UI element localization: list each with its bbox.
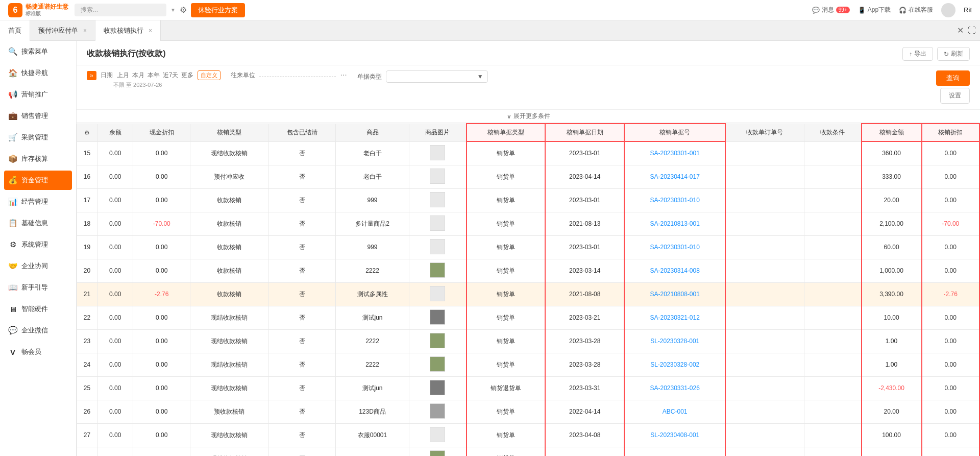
bill-type-select[interactable]: ▼: [386, 70, 488, 83]
sidebar-item-hardware[interactable]: 🖥 智能硬件: [0, 298, 76, 320]
user-avatar[interactable]: [941, 3, 955, 17]
export-button[interactable]: ↑ 导出: [902, 47, 933, 61]
cell-goods-img: [409, 282, 467, 306]
bill-no-link[interactable]: SA-20230301-010: [650, 244, 699, 251]
tab-prepay-close-icon[interactable]: ×: [83, 27, 87, 34]
date-custom[interactable]: 自定义: [198, 70, 220, 80]
collapse-filter-button[interactable]: »: [87, 71, 96, 80]
col-gear[interactable]: ⚙: [77, 124, 97, 141]
date-more[interactable]: 更多: [181, 71, 193, 80]
bill-no-link[interactable]: SA-20230301-001: [650, 150, 699, 157]
sidebar-item-vip[interactable]: V 畅会员: [0, 341, 76, 363]
query-actions: 查询 设置: [936, 70, 970, 104]
date-last-month[interactable]: 上月: [117, 71, 129, 80]
table-row: 18 0.00 -70.00 收款核销 否 多计量商品2 销货单 2021-08…: [77, 212, 980, 235]
date-this-month[interactable]: 本月: [132, 71, 144, 80]
cell-bill-no[interactable]: SA-20230414-017: [624, 165, 725, 188]
cell-bill-no[interactable]: SA-20230301-010: [624, 235, 725, 259]
unit-more-icon[interactable]: ···: [340, 70, 347, 80]
bill-no-link[interactable]: SA-20230321-012: [650, 314, 699, 321]
sidebar-item-inventory[interactable]: 📦 库存核算: [0, 148, 76, 170]
cell-goods-img: [409, 165, 467, 188]
cell-cash-discount: 0.00: [133, 447, 190, 456]
cell-bill-no[interactable]: SA-20230321-012: [624, 306, 725, 329]
sidebar-item-collab[interactable]: 🤝 企业协同: [0, 255, 76, 277]
cell-verify-type: 收款核销: [190, 212, 268, 235]
tab-prepay[interactable]: 预付冲应付单 ×: [30, 20, 95, 41]
cell-bill-no[interactable]: ABC-001: [624, 400, 725, 423]
cell-order-no: [725, 212, 804, 235]
sidebar-item-marketing[interactable]: 📢 营销推广: [0, 84, 76, 105]
close-window-icon[interactable]: ✕: [957, 26, 964, 35]
query-button[interactable]: 查询: [936, 70, 970, 86]
sidebar-item-sales[interactable]: 💼 销售管理: [0, 105, 76, 127]
cell-bill-no[interactable]: SL-20230408-001: [624, 423, 725, 447]
cell-verify-amount: 20.00: [862, 400, 922, 423]
bill-no-link[interactable]: SA-20230331-026: [650, 385, 699, 392]
purchase-icon: 🛒: [8, 133, 17, 142]
industry-solution-button[interactable]: 休验行业方案: [191, 3, 245, 17]
cell-balance: 0.00: [97, 212, 133, 235]
col-cash-discount: 现金折扣: [133, 124, 190, 141]
cell-bill-no[interactable]: SA-20230301-010: [624, 188, 725, 212]
tab-home[interactable]: 首页: [0, 20, 30, 41]
bill-no-link[interactable]: SL-20230328-001: [650, 338, 699, 345]
table-row: 16 0.00 0.00 预付冲应收 否 老白干 销货单 2023-04-14 …: [77, 165, 980, 188]
maximize-icon[interactable]: ⛶: [968, 26, 976, 35]
filter-bar: » 日期 上月 本月 本年 近7天 更多 自定义 不限 至 2023-07-26: [77, 65, 980, 109]
cell-goods-img: [409, 400, 467, 423]
sidebar-item-system[interactable]: ⚙ 系统管理: [0, 234, 76, 255]
cell-bill-no[interactable]: SA-20210808-001: [624, 282, 725, 306]
cell-bill-no[interactable]: SA-20230314-008: [624, 259, 725, 282]
gear-icon[interactable]: ⚙: [180, 5, 187, 15]
cell-bill-no[interactable]: SA-20230331-026: [624, 376, 725, 400]
date-7days[interactable]: 近7天: [163, 71, 179, 80]
table-container[interactable]: ⚙ 余额 现金折扣 核销类型 包含已结清 商品 商品图片 核销单据类型 核销单据…: [77, 123, 980, 456]
date-this-year[interactable]: 本年: [148, 71, 160, 80]
sidebar-item-guide[interactable]: 📖 新手引导: [0, 277, 76, 298]
cell-bill-no[interactable]: SL-20230418-001: [624, 447, 725, 456]
cell-verify-discount: 0.00: [922, 376, 979, 400]
operations-icon: 📊: [8, 197, 17, 206]
sidebar-item-quicknav[interactable]: 🏠 快捷导航: [0, 62, 76, 84]
bill-no-link[interactable]: SA-20210813-001: [650, 220, 699, 227]
sidebar-item-finance[interactable]: 💰 资金管理: [4, 171, 72, 190]
cell-balance: 0.00: [97, 141, 133, 165]
expand-chevron-icon: ∨: [507, 113, 511, 120]
bill-no-link[interactable]: ABC-001: [663, 408, 688, 415]
sidebar-item-operations[interactable]: 📊 经营管理: [0, 191, 76, 212]
cell-bill-no[interactable]: SL-20230328-001: [624, 329, 725, 353]
bill-no-link[interactable]: SA-20230301-010: [650, 197, 699, 204]
col-verify-discount: 核销折扣: [922, 124, 979, 141]
online-service-area[interactable]: 🎧 在线客服: [899, 6, 933, 14]
cell-goods: 2222: [336, 447, 409, 456]
bill-no-link[interactable]: SL-20230408-001: [650, 431, 699, 439]
user-name: Rit: [964, 6, 972, 14]
settings-button[interactable]: 设置: [940, 88, 970, 104]
bill-no-link[interactable]: SA-20230314-008: [650, 267, 699, 274]
bill-no-link[interactable]: SA-20210808-001: [650, 291, 699, 298]
unit-select[interactable]: [259, 74, 336, 77]
header-actions: ↑ 导出 ↻ 刷新: [902, 47, 970, 61]
cell-bill-no[interactable]: SA-20230301-001: [624, 141, 725, 165]
cell-bill-no[interactable]: SL-20230328-002: [624, 353, 725, 376]
tab-verify-close-icon[interactable]: ×: [149, 27, 152, 34]
app-download-area[interactable]: 📱 App下载: [858, 6, 891, 14]
cell-verify-type: 现结收款核销: [190, 141, 268, 165]
sidebar-item-search[interactable]: 🔍 搜索菜单: [0, 41, 76, 62]
refresh-button[interactable]: ↻ 刷新: [937, 47, 970, 61]
sidebar-item-basic[interactable]: 📋 基础信息: [0, 212, 76, 234]
tab-verify[interactable]: 收款核销执行 ×: [95, 20, 161, 41]
bill-no-link[interactable]: SA-20230414-017: [650, 173, 699, 180]
cell-verify-type: 现结收款核销: [190, 423, 268, 447]
cell-bill-no[interactable]: SA-20210813-001: [624, 212, 725, 235]
sidebar-item-wechat[interactable]: 💬 企业微信: [0, 320, 76, 341]
guide-icon: 📖: [8, 283, 17, 292]
sidebar-item-purchase[interactable]: 🛒 采购管理: [0, 127, 76, 148]
top-search-box[interactable]: 搜索...: [75, 4, 166, 16]
cell-cash-discount: 0.00: [133, 376, 190, 400]
expand-conditions-button[interactable]: ∨ 展开更多条件: [507, 112, 550, 121]
message-icon-area[interactable]: 💬 消息 99+: [812, 6, 850, 14]
bill-no-link[interactable]: SL-20230328-002: [650, 361, 699, 368]
cell-goods: 老白干: [336, 165, 409, 188]
